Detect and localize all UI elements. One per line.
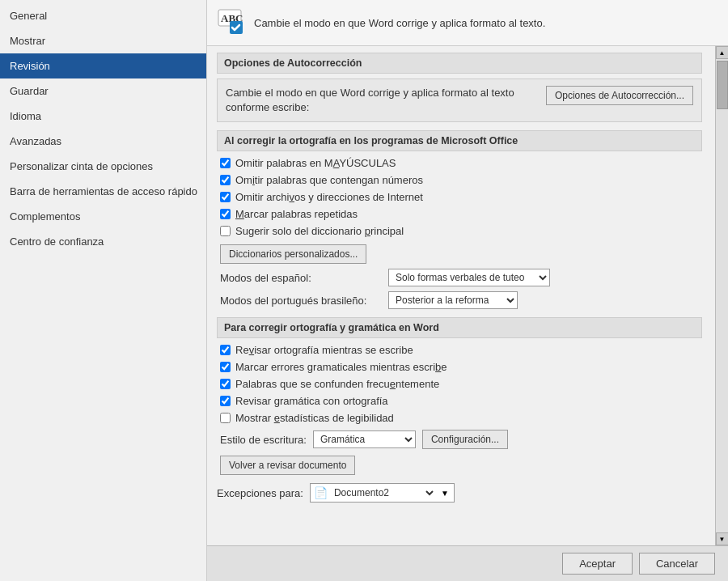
diccionarios-button[interactable]: Diccionarios personalizados... [220, 244, 366, 264]
diccionarios-btn-row: Diccionarios personalizados... [220, 244, 699, 264]
scroll-down-arrow[interactable]: ▼ [716, 532, 729, 545]
sidebar-item-label: Idioma [10, 110, 41, 122]
sidebar-item-label: Revisión [10, 60, 50, 72]
checkbox-gramaticales-row: Marcar errores gramaticales mientras esc… [220, 360, 699, 374]
checkbox-revisar[interactable] [220, 345, 231, 355]
modos-portugues-label: Modos del portugués brasileño: [220, 295, 382, 307]
checkbox-numeros[interactable] [220, 175, 231, 185]
scroll-up-arrow[interactable]: ▲ [716, 46, 729, 59]
checkbox-mayusculas-label[interactable]: Omitir palabras en MAYÚSCULAS [235, 157, 396, 169]
checkbox-confunden[interactable] [220, 379, 231, 389]
excepciones-container[interactable]: 📄 Documento2 ▼ [310, 483, 455, 503]
autocorreccion-section: Opciones de Autocorrección Cambie el mod… [217, 53, 702, 122]
autocorreccion-section-title: Opciones de Autocorrección [217, 53, 702, 74]
checkbox-gramatica[interactable] [220, 396, 231, 406]
estilo-select[interactable]: Gramática Gramática y estilo [313, 430, 416, 448]
volver-btn-row: Volver a revisar documento [220, 456, 699, 475]
modos-portugues-row: Modos del portugués brasileño: Posterior… [220, 291, 699, 309]
checkbox-principal-label[interactable]: Sugerir solo del diccionario principal [235, 225, 404, 237]
sidebar-item-mostrar[interactable]: Mostrar [0, 28, 206, 53]
checkbox-revisar-row: Revisar ortografía mientras se escribe [220, 343, 699, 357]
main-content: Opciones de Autocorrección Cambie el mod… [207, 46, 715, 545]
checkbox-mayusculas-row: Omitir palabras en MAYÚSCULAS [220, 156, 699, 170]
excepciones-row: Excepciones para: 📄 Documento2 ▼ [217, 483, 702, 503]
ortografia-word-body: Revisar ortografía mientras se escribe M… [217, 343, 702, 475]
checkbox-gramatica-label[interactable]: Revisar gramática con ortografía [235, 395, 388, 407]
modos-portugues-select[interactable]: Posterior a la reforma Anterior a la ref… [388, 291, 518, 309]
checkbox-internet-row: Omitir archivos y direcciones de Interne… [220, 190, 699, 204]
excepciones-select[interactable]: Documento2 [331, 486, 436, 499]
excepciones-label: Excepciones para: [217, 487, 303, 499]
sidebar-item-revision[interactable]: Revisión [0, 53, 206, 78]
volver-button[interactable]: Volver a revisar documento [220, 456, 355, 475]
checkbox-gramaticales-label[interactable]: Marcar errores gramaticales mientras esc… [235, 361, 447, 373]
sidebar-item-label: Guardar [10, 85, 49, 97]
checkbox-internet[interactable] [220, 192, 231, 202]
checkbox-confunden-row: Palabras que se confunden frecuentemente [220, 377, 699, 391]
excepciones-dropdown-btn[interactable]: ▼ [439, 489, 451, 498]
sidebar-item-barra[interactable]: Barra de herramientas de acceso rápido [0, 179, 206, 204]
checkbox-gramaticales[interactable] [220, 362, 231, 372]
checkbox-repetidas-row: Marcar palabras repetidas [220, 207, 699, 221]
sidebar-item-confianza[interactable]: Centro de confianza [0, 229, 206, 254]
checkbox-numeros-label[interactable]: Omitir palabras que contengan números [235, 174, 423, 186]
checkbox-estadisticas[interactable] [220, 413, 231, 423]
sidebar-item-idioma[interactable]: Idioma [0, 104, 206, 129]
checkbox-gramatica-row: Revisar gramática con ortografía [220, 394, 699, 408]
sidebar-item-label: General [10, 10, 47, 22]
checkbox-estadisticas-row: Mostrar estadísticas de legibilidad [220, 411, 699, 425]
header-title: Cambie el modo en que Word corrige y apl… [254, 17, 545, 29]
opciones-autocorreccion-button[interactable]: Opciones de Autocorrección... [546, 86, 693, 105]
scroll-thumb[interactable] [717, 61, 728, 109]
checkbox-repetidas-label[interactable]: Marcar palabras repetidas [235, 208, 358, 220]
sidebar-item-label: Avanzadas [10, 135, 61, 147]
checkbox-principal-row: Sugerir solo del diccionario principal [220, 224, 699, 238]
sidebar-item-personalizar[interactable]: Personalizar cinta de opciones [0, 154, 206, 179]
scrollbar[interactable]: ▲ ▼ [715, 46, 728, 545]
ortografia-word-title: Para corregir ortografía y gramática en … [217, 317, 702, 338]
sidebar-item-complementos[interactable]: Complementos [0, 204, 206, 229]
estilo-label: Estilo de escritura: [220, 434, 307, 446]
modos-espanol-row: Modos del español: Solo formas verbales … [220, 269, 699, 286]
checkbox-principal[interactable] [220, 226, 231, 236]
checkbox-mayusculas[interactable] [220, 158, 231, 168]
ortografia-word-section: Para corregir ortografía y gramática en … [217, 317, 702, 475]
ortografia-office-section: Al corregir la ortografía en los program… [217, 130, 702, 309]
aceptar-button[interactable]: Aceptar [562, 553, 633, 575]
modos-espanol-label: Modos del español: [220, 272, 382, 284]
sidebar-item-label: Mostrar [10, 35, 45, 47]
cancelar-button[interactable]: Cancelar [639, 553, 715, 575]
checkbox-revisar-label[interactable]: Revisar ortografía mientras se escribe [235, 344, 413, 356]
estilo-row: Estilo de escritura: Gramática Gramática… [220, 430, 699, 449]
checkbox-confunden-label[interactable]: Palabras que se confunden frecuentemente [235, 378, 439, 390]
autocorreccion-body: Cambie el modo en que Word corrige y apl… [217, 78, 702, 122]
sidebar-item-label: Centro de confianza [10, 235, 104, 248]
configuracion-button[interactable]: Configuración... [422, 430, 508, 449]
sidebar-item-general[interactable]: General [0, 3, 206, 28]
sidebar-item-guardar[interactable]: Guardar [0, 78, 206, 104]
checkbox-numeros-row: Omitir palabras que contengan números [220, 173, 699, 187]
modos-espanol-select[interactable]: Solo formas verbales de tuteo Solo forma… [388, 269, 550, 286]
checkbox-internet-label[interactable]: Omitir archivos y direcciones de Interne… [235, 191, 423, 203]
checkbox-repetidas[interactable] [220, 209, 231, 219]
ortografia-office-body: Omitir palabras en MAYÚSCULAS Omitir pal… [217, 156, 702, 309]
document-icon: 📄 [314, 486, 328, 499]
autocorreccion-description: Cambie el modo en que Word corrige y apl… [226, 86, 540, 115]
sidebar-item-label: Barra de herramientas de acceso rápido [10, 185, 197, 197]
dialog-footer: Aceptar Cancelar [207, 545, 728, 581]
sidebar-item-label: Complementos [10, 210, 80, 223]
ortografia-office-title: Al corregir la ortografía en los program… [217, 130, 702, 151]
checkbox-estadisticas-label[interactable]: Mostrar estadísticas de legibilidad [235, 412, 394, 424]
sidebar: General Mostrar Revisión Guardar Idioma … [0, 0, 207, 581]
page-header: ABC Cambie el modo en que Word corrige y… [207, 0, 728, 46]
abc-check-icon: ABC [217, 8, 246, 37]
sidebar-item-label: Personalizar cinta de opciones [10, 160, 153, 172]
sidebar-item-avanzadas[interactable]: Avanzadas [0, 129, 206, 154]
